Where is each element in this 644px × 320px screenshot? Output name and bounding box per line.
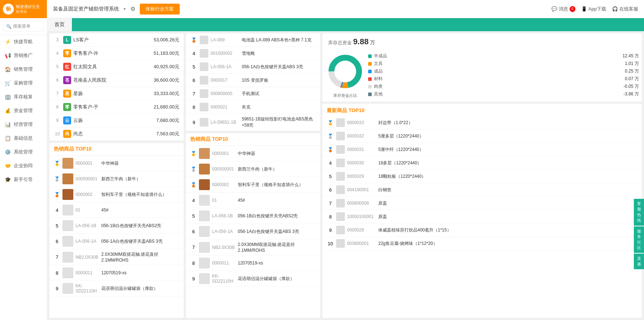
- product-image: [199, 164, 210, 175]
- app-icon: 📱: [581, 6, 587, 12]
- product-name: 白钢垫: [378, 187, 637, 193]
- product-code: 01: [212, 198, 236, 203]
- rank-name: 尚态: [73, 131, 156, 137]
- sidebar-item-collab[interactable]: 🤝 企业协同: [0, 159, 47, 173]
- rank-number: 7: [54, 254, 60, 260]
- legend-value: 0.07 万: [625, 76, 639, 82]
- legend: 半成品 12.45 万 文具 1.01 万 成品 0.25 万: [368, 52, 639, 99]
- product-image: [62, 189, 73, 200]
- rank-number: 9: [54, 118, 61, 123]
- legend-name: 材料: [374, 76, 623, 82]
- rank-number: 8: [54, 104, 61, 110]
- sidebar-item-system[interactable]: ⚙️ 系统管理: [0, 145, 47, 159]
- product-image: [62, 220, 73, 231]
- system-title: 装备及固定资产辅助管理系统: [53, 6, 119, 12]
- cs-live-button[interactable]: 直播: [634, 254, 644, 269]
- donut-label: 库存资金占比: [325, 93, 365, 98]
- sidebar-item-operations[interactable]: 📊 经营管理: [0, 118, 47, 131]
- hot-product-item-2: 🥈 000500001 新西兰牛肉（新牛）: [49, 171, 184, 187]
- sidebar-item-label: 经营管理: [14, 121, 33, 128]
- sidebar-item-inventory[interactable]: 🏢 库存核算: [0, 90, 47, 104]
- hot-products-panel: 热销商品 TOP10 🥇 0000001 中华神器 🥈 000500001 新西…: [49, 143, 184, 318]
- sidebar-search-area: 🔍 搜索菜单: [0, 18, 47, 35]
- message-button[interactable]: 💬 消息 6: [551, 6, 575, 12]
- hot-product-item-3: 🥉 0000002 智利车子里（规格不知道填什么）: [49, 187, 184, 202]
- product-image: [199, 195, 210, 206]
- product-code: 0000031: [347, 147, 376, 152]
- product-code: 0000017: [211, 78, 240, 83]
- message-label: 消息: [559, 6, 568, 12]
- app-download-button[interactable]: 📱 App下载: [581, 6, 606, 12]
- rank-number: 5: [190, 213, 197, 219]
- product-name: 056-1A白色按键开关盖ABS 3壳: [101, 238, 179, 245]
- settings-icon[interactable]: ⚙: [130, 5, 135, 12]
- hot-product-item-5: 5 LA-056-1B 056-1B白色按键开关壳ABS2壳: [49, 218, 184, 234]
- legend-value: -3.86 万: [623, 91, 639, 97]
- rank-badge: 苍: [63, 76, 71, 84]
- product-name: 5厘中纤（1220*2440）: [378, 147, 637, 153]
- product-image: [199, 210, 210, 221]
- rank-badge: 云: [63, 116, 71, 124]
- online-service-button[interactable]: 🎧 在线客服: [612, 6, 638, 12]
- product-name: 2.0X30MM双搓花轴.搓花直径2.1MM/ROHS: [238, 242, 316, 253]
- rank-number: 🥉: [54, 192, 60, 197]
- sidebar-item-sales[interactable]: 🏠 销售管理: [0, 62, 47, 76]
- rank-badge: 零: [63, 49, 71, 57]
- mid-column: 🥉 LA-089 电池盖 LA-089 ABS本色+黑种 7.1克 4 0010…: [186, 33, 320, 318]
- product-name: 雪地靴: [242, 50, 316, 57]
- product-name: 智利车子里（规格不知道填什么）: [101, 192, 179, 198]
- newest-products-header: 最新商品 TOP10: [322, 104, 642, 116]
- sidebar-item-label: 新手引导: [14, 176, 33, 183]
- rank-number: 9: [327, 227, 334, 233]
- hot-product-2-item-1: 🥇 0000001 中华神器: [186, 146, 320, 161]
- rank-name: 星扬: [73, 90, 154, 97]
- sidebar-item-quicknav[interactable]: ⚡ 快捷导航: [0, 35, 47, 49]
- product-name: 59651-1B旋转投影灯电池盒ABS黑色+58壳: [242, 116, 316, 128]
- newest-item-3: 🥉 0000031 5厘中纤（1220*2440）: [322, 143, 642, 156]
- tab-home[interactable]: 首页: [47, 18, 72, 31]
- product-image: [336, 185, 345, 194]
- search-menu-button[interactable]: 🔍 搜索菜单: [3, 21, 44, 32]
- dropdown-arrow-icon[interactable]: ▾: [123, 6, 126, 12]
- try-plan-button[interactable]: 体验行业方案: [140, 4, 180, 15]
- sidebar-item-marketing[interactable]: 📢 营销推广: [0, 49, 47, 62]
- sidebar-item-label: 系统管理: [14, 149, 33, 155]
- rank-number: 🥉: [190, 182, 197, 188]
- sales-ranking-panel: 3 L LS客户 53,006.26元 4 零 零售客户-许 51,183.00…: [49, 33, 184, 141]
- product-image: [199, 273, 210, 284]
- product-name: 2.0X30MM双搓花轴.搓花直径2.1MM/ROHS: [101, 251, 179, 263]
- rank-number: 10: [54, 131, 61, 136]
- sales-item-7: 7 星 星扬 33,333.00元: [49, 87, 184, 100]
- product-code: LA-59651-1B: [211, 120, 240, 125]
- cs-hotline-button[interactable]: 客服热线: [634, 199, 644, 226]
- sidebar-item-purchase[interactable]: 🛒 采购管理: [0, 76, 47, 90]
- product-code: 000500001: [76, 176, 99, 181]
- topbar-right: 💬 消息 6 📱 App下载 🎧 在线客服: [551, 6, 638, 12]
- product-image: [199, 242, 210, 253]
- product-name: 体威荔枝味苏打饮品400毫升（1*15）: [378, 227, 637, 233]
- search-menu-label: 搜索菜单: [13, 23, 30, 29]
- rank-number: 6: [190, 229, 197, 234]
- sidebar-item-newbie[interactable]: 🎓 新手引导: [0, 173, 47, 186]
- sidebar-item-basic-info[interactable]: 📋 基础信息: [0, 131, 47, 145]
- sidebar-item-label: 营销推广: [14, 52, 33, 59]
- product-code: LA-089: [211, 37, 240, 42]
- product-code: 001000002: [211, 51, 240, 56]
- hot-product-2-item-2: 🥈 000500001 新西兰牛肉（新牛）: [186, 161, 320, 177]
- rank-number: 6: [54, 78, 61, 83]
- cs-community-button[interactable]: 服务社区: [634, 226, 644, 253]
- legend-dot: [368, 85, 372, 89]
- sidebar-item-finance[interactable]: 💰 资金管理: [0, 104, 47, 118]
- sales-item-8: 8 零 零售客户-于 21,680.00元: [49, 100, 184, 114]
- sales-item-4: 4 零 零售客户-许 51,183.00元: [49, 47, 184, 60]
- product-name: 原盖: [378, 200, 637, 206]
- legend-item-2: 成品 0.25 万: [368, 68, 639, 74]
- product-name: 智利车子里（规格不知道填什么）: [238, 182, 316, 188]
- hot-products-accent-2: TOP10: [212, 136, 228, 142]
- rank-number: 🥇: [327, 120, 334, 126]
- newest-item-2: 🥈 0000032 5厘多层（1220*2440）: [322, 130, 642, 143]
- product-name: 45#: [101, 208, 179, 213]
- product-image: [200, 62, 208, 71]
- sidebar-logo: 畅 畅捷通好生意 标准版: [0, 0, 47, 18]
- inventory-header: 库存总资金 9.88 万: [322, 33, 642, 49]
